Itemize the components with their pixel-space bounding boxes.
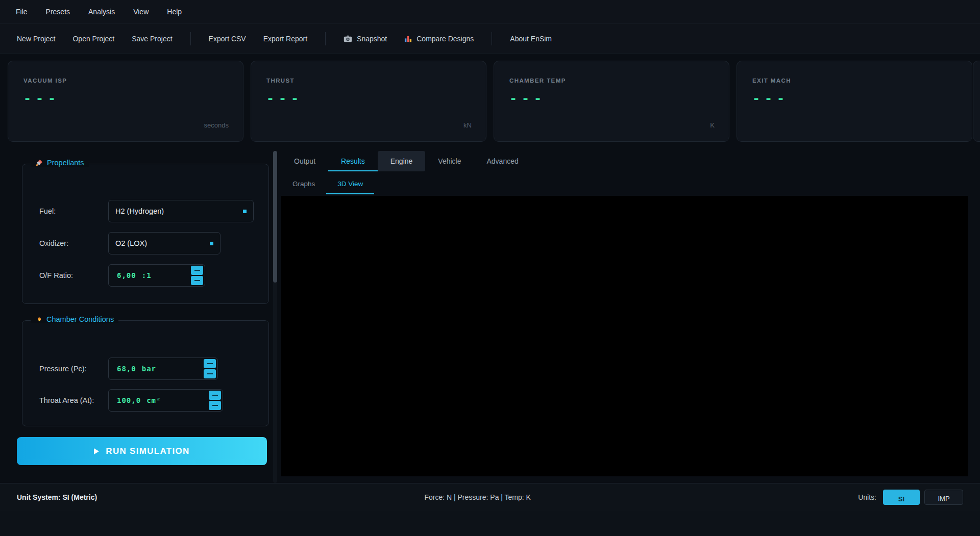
stat-title: EXIT MACH <box>752 78 791 84</box>
chamber-conditions-section: Chamber Conditions Pressure (Pc): 68,0 b… <box>22 320 269 426</box>
spin-down-button[interactable] <box>204 369 216 378</box>
toolbar-separator <box>190 32 191 45</box>
run-simulation-button[interactable]: RUN SIMULATION <box>17 437 267 465</box>
vertical-scrollbar[interactable] <box>273 151 277 483</box>
stat-card-partial <box>973 61 980 142</box>
units-toggle-group: Units: SI IMP <box>858 490 963 505</box>
spin-down-button[interactable] <box>191 276 203 285</box>
propellants-title: Propellants <box>47 159 84 167</box>
units-summary-label: Force: N | Pressure: Pa | Temp: K <box>97 493 858 501</box>
subtab-3d-view[interactable]: 3D View <box>326 173 374 194</box>
stat-unit: kN <box>463 121 472 129</box>
menu-view[interactable]: View <box>126 4 156 19</box>
oxidizer-value: O2 (LOX) <box>115 239 147 247</box>
menubar: File Presets Analysis View Help <box>0 0 980 24</box>
pressure-unit: bar <box>142 365 156 373</box>
spin-up-button[interactable] <box>204 359 216 368</box>
stat-value: --- <box>23 91 60 106</box>
3d-viewport[interactable] <box>281 196 968 476</box>
camera-icon <box>344 35 352 42</box>
unit-system-label: Unit System: SI (Metric) <box>17 493 97 501</box>
units-toggle-si[interactable]: SI <box>883 490 920 505</box>
ensim-window: { "menubar": { "items": ["File", "Preset… <box>0 0 980 536</box>
fuel-label: Fuel: <box>39 207 108 215</box>
menu-file[interactable]: File <box>8 4 35 19</box>
stat-card-thrust: THRUST --- kN <box>251 61 486 142</box>
of-ratio-row: O/F Ratio: 6,00 :1 <box>39 264 268 287</box>
units-toggle-imp[interactable]: IMP <box>924 490 963 505</box>
pressure-input[interactable]: 68,0 bar <box>108 358 218 380</box>
stats-row: VACUUM ISP --- seconds THRUST --- kN CHA… <box>8 61 972 142</box>
tab-vehicle[interactable]: Vehicle <box>425 151 474 171</box>
footer-strip <box>0 511 980 536</box>
stat-card-exit-mach: EXIT MACH --- <box>737 61 972 142</box>
of-ratio-value: 6,00 <box>117 271 136 279</box>
menu-presets[interactable]: Presets <box>38 4 78 19</box>
toolbar: New Project Open Project Save Project Ex… <box>0 24 980 54</box>
status-bar: Unit System: SI (Metric) Force: N | Pres… <box>0 483 980 511</box>
throat-area-unit: cm² <box>146 396 161 404</box>
propellants-legend: Propellants <box>31 159 89 167</box>
fuel-row: Fuel: H2 (Hydrogen) <box>39 200 268 222</box>
dropdown-indicator-icon <box>210 242 213 245</box>
play-icon <box>94 448 99 454</box>
tab-engine[interactable]: Engine <box>378 151 426 171</box>
open-project-button[interactable]: Open Project <box>64 30 123 47</box>
chamber-conditions-title: Chamber Conditions <box>46 315 114 323</box>
about-ensim-button[interactable]: About EnSim <box>501 30 560 47</box>
dropdown-indicator-icon <box>243 210 247 213</box>
compare-designs-button[interactable]: Compare Designs <box>396 30 482 47</box>
tab-advanced[interactable]: Advanced <box>474 151 531 171</box>
stat-unit: seconds <box>204 121 229 129</box>
spinner-buttons <box>191 266 203 285</box>
tab-results[interactable]: Results <box>328 151 378 171</box>
fuel-select[interactable]: H2 (Hydrogen) <box>108 200 254 222</box>
pressure-row: Pressure (Pc): 68,0 bar <box>39 358 268 380</box>
main-tabs: Output Results Engine Vehicle Advanced <box>281 151 968 171</box>
export-csv-button[interactable]: Export CSV <box>200 30 255 47</box>
spin-up-button[interactable] <box>191 266 203 275</box>
oxidizer-row: Oxidizer: O2 (LOX) <box>39 232 268 254</box>
flame-icon <box>35 316 42 323</box>
input-panel: Propellants Fuel: H2 (Hydrogen) Oxidizer… <box>8 151 272 483</box>
stat-title: CHAMBER TEMP <box>509 78 566 84</box>
tab-output[interactable]: Output <box>281 151 328 171</box>
spin-up-button[interactable] <box>209 391 221 400</box>
sub-tabs: Graphs 3D View <box>281 173 968 194</box>
new-project-button[interactable]: New Project <box>8 30 64 47</box>
spin-down-button[interactable] <box>209 401 221 410</box>
save-project-button[interactable]: Save Project <box>123 30 181 47</box>
stat-unit: K <box>710 121 715 129</box>
menu-analysis[interactable]: Analysis <box>81 4 122 19</box>
main-area: Propellants Fuel: H2 (Hydrogen) Oxidizer… <box>0 151 980 483</box>
spinner-buttons <box>204 359 216 378</box>
of-ratio-input[interactable]: 6,00 :1 <box>108 264 205 287</box>
pressure-value: 68,0 <box>117 365 136 373</box>
stat-card-chamber-temp: CHAMBER TEMP --- K <box>494 61 729 142</box>
export-report-button[interactable]: Export Report <box>255 30 316 47</box>
stat-card-vacuum-isp: VACUUM ISP --- seconds <box>8 61 243 142</box>
stat-value: --- <box>752 91 789 106</box>
subtab-graphs[interactable]: Graphs <box>281 173 326 194</box>
scrollbar-thumb[interactable] <box>273 151 277 283</box>
oxidizer-label: Oxidizer: <box>39 239 108 247</box>
stat-title: VACUUM ISP <box>23 78 67 84</box>
propellants-section: Propellants Fuel: H2 (Hydrogen) Oxidizer… <box>22 164 269 304</box>
stat-value: --- <box>509 91 546 106</box>
toolbar-separator <box>325 32 326 45</box>
compare-chart-icon <box>404 35 412 42</box>
throat-area-value: 100,0 <box>117 396 141 404</box>
of-ratio-suffix: :1 <box>142 271 152 279</box>
chamber-conditions-legend: Chamber Conditions <box>31 315 118 323</box>
throat-area-row: Throat Area (At): 100,0 cm² <box>39 389 268 412</box>
results-panel: Output Results Engine Vehicle Advanced G… <box>281 151 968 483</box>
stat-title: THRUST <box>266 78 295 84</box>
stat-value: --- <box>266 91 303 106</box>
menu-help[interactable]: Help <box>159 4 189 19</box>
throat-area-input[interactable]: 100,0 cm² <box>108 389 223 412</box>
snapshot-button[interactable]: Snapshot <box>335 30 396 47</box>
compare-designs-label: Compare Designs <box>416 35 474 43</box>
oxidizer-select[interactable]: O2 (LOX) <box>108 232 220 254</box>
units-label: Units: <box>858 493 876 501</box>
fuel-value: H2 (Hydrogen) <box>115 207 164 215</box>
